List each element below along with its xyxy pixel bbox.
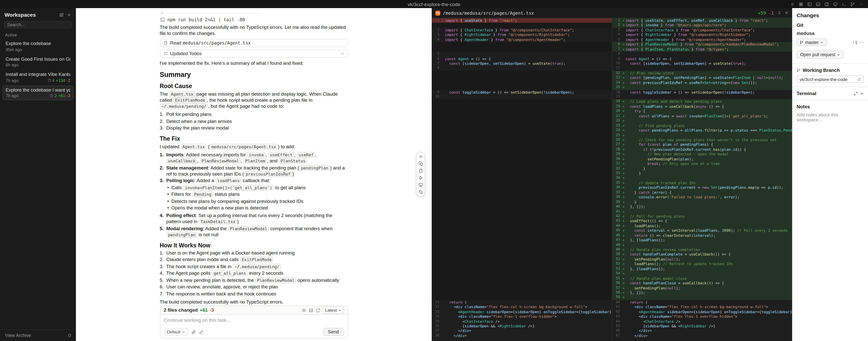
paperclip-icon[interactable] (191, 330, 196, 334)
working-branch-input[interactable]: vk/3ccf-explore-the-code (797, 75, 864, 83)
sidebar-footer[interactable]: View Archive 0 (0, 329, 76, 341)
code-text (445, 75, 612, 81)
chevron-up-down-icon[interactable] (777, 11, 782, 15)
files-count: 2 (54, 93, 57, 98)
code-text (445, 199, 612, 205)
notes-section[interactable]: Notes (797, 104, 864, 109)
tool-call[interactable]: Updated Todos (160, 50, 348, 58)
diff-marker (441, 209, 445, 214)
chevron-down-icon[interactable] (340, 52, 344, 56)
diff-line: 10 (432, 95, 612, 99)
chevron-down-icon[interactable] (160, 11, 164, 15)
pause-icon[interactable] (790, 2, 795, 6)
diff-marker (622, 56, 626, 61)
workspace-item[interactable]: Create Good First Issues on Github So...… (3, 54, 73, 69)
terminal-section[interactable]: Terminal (797, 91, 864, 96)
message-input[interactable]: Continue working on this task... Default… (160, 315, 348, 338)
code-text: // New plan detected — open the modal (626, 152, 792, 157)
line-number (432, 143, 441, 147)
files-changed-bar[interactable]: 2 files changed +61 -3 Latest (160, 306, 348, 315)
code-text: return ( (445, 300, 612, 305)
list-item: 4.Polling effect: Set up a polling inter… (160, 213, 348, 225)
tool-call[interactable]: Read medusa/src/pages/Agent.tsx (160, 39, 348, 47)
diff-marker (441, 90, 445, 95)
files-bar-icons (302, 308, 320, 312)
diff-line: 38+ console.error('Failed to load plans:… (612, 195, 792, 199)
send-button[interactable]: Send (323, 328, 344, 336)
view-archive-label[interactable]: View Archive (5, 333, 31, 338)
diff-marker (441, 171, 445, 176)
panel-left-icon[interactable] (807, 2, 812, 6)
new-terminal-icon[interactable] (860, 91, 864, 95)
open-pr-button[interactable]: Open pull request (797, 51, 844, 59)
panel-bottom-icon[interactable] (816, 2, 820, 6)
bullet-item: •Filters for Pending status plans (166, 191, 348, 197)
code-text (445, 104, 612, 109)
branch-selector[interactable]: master (797, 38, 827, 46)
git-branch-icon[interactable] (850, 2, 855, 6)
monitor-icon[interactable] (418, 183, 423, 187)
line-number (432, 75, 441, 81)
terminal-icon[interactable] (842, 2, 846, 6)
line-number: 7 (432, 61, 441, 66)
expand-terminal-icon[interactable] (854, 91, 858, 95)
line-number: 10 (612, 61, 622, 66)
rows-icon[interactable] (309, 308, 313, 312)
edit-square-icon[interactable] (59, 12, 64, 17)
chevrons-left-icon[interactable] (418, 154, 423, 159)
code-text: // Load plans and detect new pending pla… (626, 99, 792, 104)
diff-line (432, 166, 612, 171)
code-text: const pendingPlans = allPlans.filter(p =… (626, 128, 792, 133)
layout-grid-icon[interactable] (799, 2, 803, 6)
diff-line (432, 243, 612, 247)
diff-marker (441, 56, 445, 61)
workspace-time: 35m ago (6, 47, 22, 52)
terminal-icon (160, 17, 165, 22)
refresh-icon[interactable] (316, 308, 320, 312)
monitor-icon[interactable] (833, 2, 838, 6)
play-icon[interactable] (418, 176, 423, 180)
diff-marker (441, 133, 445, 137)
latest-dropdown[interactable]: Latest (322, 307, 344, 314)
panel-right-icon[interactable] (825, 2, 829, 6)
code-text: const allPlans = await invoke<PlanItem[]… (626, 114, 792, 119)
diff-line (432, 71, 612, 75)
line-number: 28 (612, 147, 622, 152)
line-number (432, 47, 441, 52)
git-compare-icon[interactable] (418, 190, 423, 194)
diff-line (432, 157, 612, 161)
diff-marker (441, 199, 445, 205)
pen-icon[interactable] (199, 330, 203, 334)
diff-line (432, 161, 612, 166)
diff-marker (441, 42, 445, 47)
chat-scroll-area[interactable]: npm run build 2>&1 | tail -80The build c… (76, 8, 432, 306)
notes-placeholder[interactable]: Add notes about this workspace... (797, 112, 864, 122)
more-horizontal-icon[interactable] (859, 2, 863, 6)
code-text (445, 166, 612, 171)
workspace-item[interactable]: Install and integrate Vibe Kanban Web...… (3, 70, 73, 85)
diff-marker: + (622, 224, 626, 228)
file-icon[interactable] (418, 168, 423, 173)
bullet-item: •Opens the modal when a new plan is dete… (166, 205, 348, 211)
copy-icon[interactable] (418, 161, 423, 166)
diff-marker (622, 90, 626, 95)
search-input[interactable] (7, 22, 69, 27)
edit-icon[interactable] (857, 78, 861, 81)
line-number: 65 (612, 324, 622, 329)
line-number: 25 (612, 133, 622, 137)
collapsed-block[interactable] (160, 11, 348, 15)
model-dropdown[interactable]: Default (164, 328, 188, 335)
diff-marker (622, 61, 626, 66)
x-icon[interactable] (784, 11, 788, 15)
eye-icon[interactable] (302, 308, 306, 312)
workspace-item[interactable]: Explore the codebase I want you to ex...… (3, 85, 73, 100)
diff-marker: + (622, 75, 626, 81)
diff-marker (441, 80, 445, 85)
terminal-command[interactable]: npm run build 2>&1 | tail -80 (160, 17, 348, 22)
diff-line: 22+ (612, 118, 792, 123)
diff-marker (441, 85, 445, 90)
plus-icon[interactable] (67, 12, 71, 17)
more-menu-icon[interactable] (859, 40, 864, 44)
search-box[interactable] (4, 21, 72, 28)
workspace-item[interactable]: Explore the codebase35m ago (3, 39, 73, 54)
